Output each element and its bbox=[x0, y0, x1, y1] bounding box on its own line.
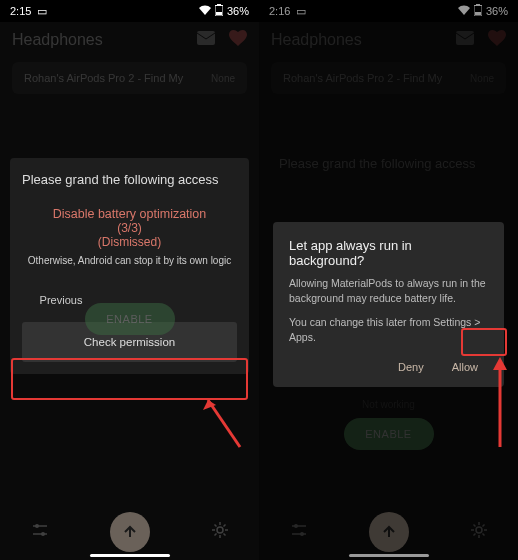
warning-state: (Dismissed) bbox=[22, 235, 237, 249]
status-time: 2:15 bbox=[10, 5, 31, 17]
annotation-arrow bbox=[200, 392, 250, 452]
dialog-title: Let app always run in background? bbox=[289, 238, 488, 268]
wifi-icon bbox=[199, 5, 211, 17]
warning-title: Disable battery optimization bbox=[22, 207, 237, 221]
screen-right: 2:16 ▭ 36% Headphones Rohan's AirPods Pr… bbox=[259, 0, 518, 560]
app-header: Headphones bbox=[0, 22, 259, 58]
svg-point-5 bbox=[41, 532, 45, 536]
sliders-icon[interactable] bbox=[31, 521, 49, 543]
nav-indicator bbox=[90, 554, 170, 557]
device-row[interactable]: Rohan's AirPods Pro 2 - Find My None bbox=[12, 62, 247, 94]
svg-point-6 bbox=[217, 527, 223, 533]
page-title: Headphones bbox=[12, 31, 103, 49]
svg-rect-3 bbox=[197, 31, 215, 45]
fab-up-button[interactable] bbox=[110, 512, 150, 552]
deny-button[interactable]: Deny bbox=[388, 355, 434, 379]
gear-icon[interactable] bbox=[211, 521, 229, 543]
picture-in-picture-icon: ▭ bbox=[37, 5, 47, 18]
dialog-body-2: You can change this later from Settings … bbox=[289, 315, 488, 344]
permission-modal: Please grand the following access Disabl… bbox=[10, 158, 249, 374]
screen-left: 2:15 ▭ 36% Headphones Rohan's AirPods Pr… bbox=[0, 0, 259, 560]
device-status: None bbox=[211, 73, 235, 84]
allow-button[interactable]: Allow bbox=[442, 355, 488, 379]
dialog-body-1: Allowing MaterialPods to always run in t… bbox=[289, 276, 488, 305]
warning-progress: (3/3) bbox=[22, 221, 237, 235]
status-bar: 2:15 ▭ 36% bbox=[0, 0, 259, 22]
device-name: Rohan's AirPods Pro 2 - Find My bbox=[24, 72, 183, 84]
enable-button[interactable]: ENABLE bbox=[85, 303, 175, 335]
svg-point-4 bbox=[35, 524, 39, 528]
battery-icon bbox=[215, 4, 223, 18]
mail-icon[interactable] bbox=[197, 31, 215, 49]
bottom-bar bbox=[0, 504, 259, 560]
modal-title: Please grand the following access bbox=[22, 172, 237, 187]
background-permission-dialog: Let app always run in background? Allowi… bbox=[273, 222, 504, 387]
heart-icon[interactable] bbox=[229, 30, 247, 50]
battery-percent: 36% bbox=[227, 5, 249, 17]
svg-rect-2 bbox=[216, 12, 222, 15]
warning-desc: Otherwise, Android can stop it by its ow… bbox=[22, 255, 237, 266]
